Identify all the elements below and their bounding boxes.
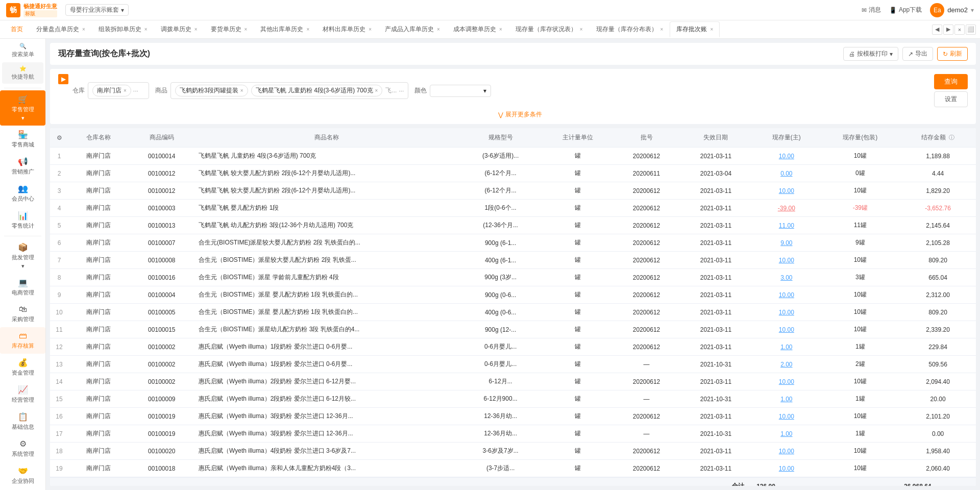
product-tag-2-close[interactable]: ×: [375, 88, 378, 93]
sidebar-item-retail-shop[interactable]: 🏪 零售商城: [0, 126, 45, 153]
tab-2-close[interactable]: ×: [144, 27, 148, 32]
row-stock-main[interactable]: 10.00: [752, 148, 820, 165]
sidebar-item-retail-stats[interactable]: 📊 零售统计: [0, 207, 45, 234]
sidebar-quick-nav[interactable]: ⭐ 快捷导航: [2, 62, 43, 84]
tab-10-close[interactable]: ×: [660, 27, 664, 32]
tab-11-close[interactable]: ×: [710, 27, 713, 32]
balance-info-icon[interactable]: ⓘ: [949, 134, 954, 140]
sidebar-item-inventory[interactable]: 🗃 库存核算: [0, 327, 45, 354]
row-name: 飞鹤星飞帆 婴儿配方奶粉 1段: [194, 200, 459, 217]
warehouse-tag-close[interactable]: ×: [124, 88, 127, 93]
product-tag-1-close[interactable]: ×: [240, 88, 243, 93]
row-balance: 809.20: [900, 304, 976, 321]
sidebar-item-marketing[interactable]: 📢 营销推广: [0, 153, 45, 180]
row-stock-main[interactable]: 10.00: [752, 182, 820, 200]
product-extra: 飞...: [385, 86, 397, 95]
brand-name: 畅捷通好生意: [23, 3, 57, 10]
row-code: 00100015: [129, 321, 195, 338]
row-stock-main[interactable]: 0.00: [752, 165, 820, 182]
sidebar-search-label: 搜索菜单: [12, 51, 34, 58]
table-wrapper[interactable]: ⚙ 仓库名称 商品编码 商品名称 规格型号 主计量单位 批号 失效日期 现存量(…: [50, 128, 976, 486]
row-stock-main[interactable]: 9.00: [752, 234, 820, 252]
product-more-icon[interactable]: ···: [399, 87, 404, 94]
message-btn[interactable]: ✉ 消息: [862, 6, 881, 14]
tab-5-close[interactable]: ×: [306, 27, 309, 32]
tab-10[interactable]: 现存量（库存分布表） ×: [590, 21, 670, 37]
row-stock-main[interactable]: 1.00: [752, 390, 820, 408]
sidebar-item-members[interactable]: 👥 会员中心: [0, 180, 45, 207]
sidebar-item-base-info[interactable]: 📋 基础信息: [0, 408, 45, 435]
tab-9-close[interactable]: ×: [580, 27, 583, 32]
sidebar-item-finance[interactable]: 💰 资金管理: [0, 354, 45, 381]
export-btn[interactable]: ↗ 导出: [902, 47, 933, 61]
tab-6[interactable]: 材料出库单历史 ×: [316, 21, 378, 37]
tab-home[interactable]: 首页: [4, 21, 30, 37]
row-name: 合生元（BIOSTIME）派星 学龄前儿童配方奶粉 4段: [194, 269, 459, 286]
row-stock-main[interactable]: 10.00: [752, 286, 820, 304]
color-input[interactable]: ▾: [430, 85, 491, 97]
row-stock-main[interactable]: 10.00: [752, 304, 820, 321]
sidebar-item-wholesale[interactable]: 📦 批发管理 ▾: [0, 238, 45, 274]
tab-3-close[interactable]: ×: [194, 27, 198, 32]
row-stock-main[interactable]: 1.00: [752, 338, 820, 356]
tab-5[interactable]: 其他出库单历史 ×: [254, 21, 316, 37]
tab-3[interactable]: 调拨单历史 ×: [154, 21, 204, 37]
tab-4[interactable]: 要货单历史 ×: [204, 21, 254, 37]
row-stock-main[interactable]: 10.00: [752, 408, 820, 425]
tab-1[interactable]: 分量盘点单历史 ×: [30, 21, 92, 37]
warehouse-input[interactable]: 南岸门店 × ···: [88, 82, 149, 99]
tab-7-close[interactable]: ×: [437, 27, 440, 32]
tab-7[interactable]: 产成品入库单历史 ×: [378, 21, 447, 37]
tab-6-close[interactable]: ×: [369, 27, 372, 32]
sidebar-search[interactable]: 🔍 搜索菜单: [0, 39, 45, 62]
row-stock-main[interactable]: 10.00: [752, 373, 820, 390]
tab-9[interactable]: 现存量（库存状况表） ×: [509, 21, 590, 37]
filter-warehouse: 仓库 南岸门店 × ···: [72, 82, 149, 99]
table-row: 4 南岸门店 00100003 飞鹤星飞帆 婴儿配方奶粉 1段 1段(0-6个.…: [50, 200, 976, 217]
sidebar-item-ecommerce[interactable]: 💻 电商管理: [0, 274, 45, 301]
product-input[interactable]: 飞鹤奶粉3段丙罐提装 × 飞鹤星飞帆 儿童奶粉 4段(3-6岁适用) 700克 …: [170, 82, 408, 99]
row-warehouse: 南岸门店: [68, 373, 129, 390]
tab-8-close[interactable]: ×: [499, 27, 502, 32]
refresh-btn[interactable]: ↻ 刷新: [937, 47, 968, 61]
tab-11-label: 库存批次账: [676, 25, 707, 34]
tab-next-btn[interactable]: ▶: [943, 24, 953, 35]
row-stock-main[interactable]: 10.00: [752, 252, 820, 269]
sidebar-item-sys-mgmt[interactable]: ⚙ 系统管理: [0, 435, 45, 462]
col-setting[interactable]: ⚙: [50, 128, 68, 148]
table-row: 5 南岸门店 00100013 飞鹤星飞帆 幼儿配方奶粉 3段(12-36个月幼…: [50, 217, 976, 234]
template-print-btn[interactable]: 🖨 按模板打印 ▾: [843, 47, 898, 61]
tab-11[interactable]: 库存批次账 ×: [670, 21, 720, 37]
sidebar-item-retail-mgmt[interactable]: 🛒 零售管理 ▾: [0, 90, 45, 126]
tab-8[interactable]: 成本调整单历史 ×: [447, 21, 509, 37]
filter-expand-icon[interactable]: ▶: [58, 74, 68, 84]
warehouse-more-icon[interactable]: ···: [133, 87, 138, 94]
row-stock-main[interactable]: 10.00: [752, 321, 820, 338]
tab-4-close[interactable]: ×: [244, 27, 248, 32]
row-stock-main[interactable]: 11.00: [752, 217, 820, 234]
row-stock-main[interactable]: 1.00: [752, 425, 820, 443]
settings-btn[interactable]: 设置: [934, 91, 968, 107]
expand-more-btn[interactable]: ⋁ 展开更多条件: [72, 110, 968, 119]
sidebar-item-purchase[interactable]: 🛍 采购管理: [0, 301, 45, 327]
tab-close-btn[interactable]: ×: [954, 24, 965, 35]
query-btn[interactable]: 查询: [934, 74, 968, 89]
sidebar-item-corp-collab[interactable]: 🤝 企业协同: [0, 462, 45, 489]
tab-prev-btn[interactable]: ◀: [932, 24, 942, 35]
setting-icon[interactable]: ⚙: [57, 134, 62, 141]
industry-select[interactable]: 母婴行业演示账套 ▾: [65, 4, 129, 16]
row-stock-main[interactable]: 10.00: [752, 460, 820, 478]
row-stock-main[interactable]: -39.00: [752, 200, 820, 217]
row-stock-main[interactable]: 2.00: [752, 356, 820, 373]
row-stock-pkg: 10罐: [821, 182, 900, 200]
tab-1-close[interactable]: ×: [82, 27, 85, 32]
row-stock-main[interactable]: 3.00: [752, 269, 820, 286]
app-download-btn[interactable]: 📱 App下载: [889, 6, 922, 14]
row-stock-main[interactable]: 10.00: [752, 443, 820, 460]
sidebar-item-ops[interactable]: 📈 经营管理: [0, 381, 45, 408]
row-code: 00100004: [129, 286, 195, 304]
row-balance: 4.44: [900, 165, 976, 182]
row-no: 16: [50, 408, 68, 425]
tab-more-btn[interactable]: ⬜: [966, 24, 976, 35]
tab-2[interactable]: 组装拆卸单历史 ×: [92, 21, 154, 37]
